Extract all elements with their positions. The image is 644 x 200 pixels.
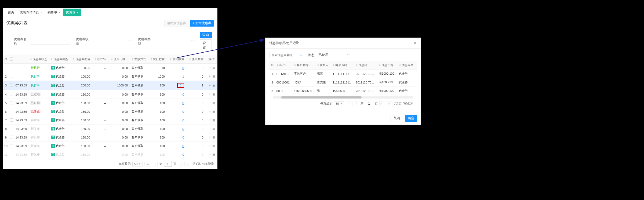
qrcode-icon[interactable]: ▦ (212, 153, 215, 156)
per-page-select[interactable]: 50 ▼ (132, 162, 143, 166)
sort-icon[interactable]: ▲▼ (30, 58, 32, 61)
qrcode-icon[interactable]: ▦ (212, 136, 215, 139)
sort-icon[interactable]: ▲▼ (51, 58, 53, 61)
share-icon[interactable]: ↗ (208, 144, 211, 147)
row-checkbox[interactable] (10, 153, 13, 156)
next-page-button[interactable]: › (379, 101, 384, 106)
table-row[interactable]: 414 23:59已过期代代金券150.00--0.00客户领取10000↗▦ (3, 90, 217, 99)
row-checkbox[interactable] (10, 66, 13, 69)
sort-icon[interactable]: ▲▼ (379, 64, 381, 67)
qrcode-icon[interactable]: ▦ (212, 144, 215, 147)
qrcode-icon[interactable]: ▦ (212, 93, 215, 96)
horizontal-scrollbar[interactable] (273, 96, 413, 99)
first-page-button[interactable]: ⏮ (144, 162, 151, 166)
search-input[interactable] (272, 53, 300, 57)
sort-icon[interactable]: ▲▼ (333, 64, 335, 67)
confirm-button[interactable]: 确定 (405, 115, 417, 122)
close-icon[interactable]: ✕ (77, 11, 79, 14)
share-icon[interactable]: ↗ (208, 84, 211, 87)
gear-icon[interactable]: ⚙ (271, 63, 274, 67)
claim-count-link[interactable]: 1 (183, 75, 184, 78)
row-checkbox[interactable] (10, 118, 13, 122)
tab-首页[interactable]: 首页 (5, 9, 17, 16)
tab-优惠券[interactable]: 优惠券✕ (63, 9, 81, 16)
table-row[interactable]: 200010001北京1唐先生111111111112019120 70...满… (269, 78, 417, 87)
qrcode-icon[interactable]: ▦ (212, 66, 215, 69)
table-row[interactable]: 2执行中代代金券100.00--0.00客户领取100010↗▦ (3, 72, 217, 81)
close-icon[interactable]: ✕ (40, 11, 42, 14)
qrcode-icon[interactable]: ▦ (212, 84, 215, 87)
claim-count-link[interactable]: 0 (183, 101, 184, 105)
claim-count-link[interactable]: 0 (183, 119, 184, 122)
sort-icon[interactable]: ▲▼ (95, 58, 97, 61)
claim-count-link[interactable]: 0 (183, 144, 184, 148)
claim-count-link[interactable]: 3 (180, 84, 181, 87)
page-input[interactable] (164, 161, 172, 167)
row-checkbox[interactable] (10, 127, 13, 130)
sort-icon[interactable]: ▲▼ (170, 58, 172, 61)
name-input[interactable] (30, 39, 70, 45)
share-icon[interactable]: ↗ (208, 93, 211, 96)
claim-count-link[interactable]: 0 (183, 66, 184, 70)
qrcode-icon[interactable]: ▦ (212, 101, 215, 104)
share-icon[interactable]: ↗ (208, 75, 211, 78)
search-icon[interactable]: ⌕ (300, 53, 302, 57)
qrcode-icon[interactable]: ▦ (212, 75, 215, 78)
claim-count-link[interactable]: 0 (183, 136, 184, 139)
cancel-button[interactable]: 取消 (391, 115, 403, 122)
table-row[interactable]: 914 23:59待发布代代金券150.00--0.00客户领取10000↗▦ (3, 133, 217, 142)
table-row[interactable]: 714 23:59待发布代代金券150.00--0.00客户领取10000↗▦ (3, 116, 217, 125)
sort-icon[interactable]: ▲▼ (150, 58, 152, 61)
sort-icon[interactable]: ▲▼ (399, 64, 401, 67)
share-icon[interactable]: ↗ (208, 118, 211, 122)
prev-page-button[interactable]: ‹ (153, 162, 158, 166)
claim-count-link[interactable]: 0 (183, 127, 184, 130)
row-checkbox[interactable] (10, 83, 13, 87)
table-row[interactable]: 1114 23:59待发布代代金券150.00--0.00客户领取10000↗▦ (3, 150, 217, 159)
status-filter-select[interactable]: 已使用 ﹀ (318, 52, 350, 58)
table-row[interactable]: 814 23:59待发布代代金券150.00--0.00客户领取10000↗▦ (3, 125, 217, 133)
row-checkbox[interactable] (10, 136, 13, 139)
qrcode-icon[interactable]: ▦ (212, 127, 215, 130)
table-row[interactable]: 1RETAIL...零散客户张三111111111112019120 70...… (269, 70, 417, 78)
sort-icon[interactable]: ▲▼ (132, 58, 134, 61)
gear-icon[interactable]: ⚙ (4, 57, 8, 61)
sort-icon[interactable]: ▲▼ (317, 64, 319, 67)
share-icon[interactable]: ↗ (208, 101, 211, 104)
sort-icon[interactable]: ▲▼ (276, 64, 279, 67)
share-icon[interactable]: ↗ (208, 127, 211, 130)
row-checkbox[interactable] (10, 75, 13, 78)
add-coupon-button[interactable]: + 新增优惠券 (190, 20, 214, 27)
settings-button[interactable]: 设置 (200, 39, 212, 51)
share-icon[interactable]: ↗ (208, 136, 211, 139)
tab-销货单[interactable]: 销货单✕ (45, 9, 63, 16)
page-input[interactable] (365, 101, 373, 106)
sort-icon[interactable]: ▲▼ (111, 58, 113, 61)
qrcode-icon[interactable]: ▦ (212, 110, 215, 113)
type-select[interactable]: ﹀ (155, 39, 194, 44)
table-row[interactable]: 1014 23:59待发布代代金券150.00--0.00客户领取10000↗▦ (3, 142, 217, 150)
table-row[interactable]: 514 23:59已过期代代金券150.00--0.00客户领取10000↗▦ (3, 99, 217, 107)
query-button[interactable]: 查询 (200, 32, 212, 38)
next-page-button[interactable]: › (178, 162, 183, 166)
table-row[interactable]: 614 23:59已终止代代金券150.00--0.00客户领取10000↗▦ (3, 107, 217, 116)
row-checkbox[interactable] (10, 101, 13, 104)
claim-count-link[interactable]: 0 (183, 110, 184, 113)
row-checkbox[interactable] (10, 110, 13, 113)
per-page-select[interactable]: 50 ▼ (334, 101, 344, 106)
scrollbar-thumb[interactable] (281, 96, 362, 99)
sort-icon[interactable]: ▲▼ (73, 58, 75, 61)
first-page-button[interactable]: ⏮ (346, 101, 352, 106)
table-row[interactable]: 3000117666666666张156 6666 ...2019120 70.… (269, 87, 417, 95)
table-row[interactable]: 307 23:59执行中代代金券200.00--1000.00客户领取10031… (3, 81, 217, 90)
distribute-button[interactable]: ⊞ 发放优惠券 (164, 20, 189, 27)
prev-page-button[interactable]: ‹ (354, 101, 359, 106)
search-box[interactable]: ⌕ (269, 52, 304, 58)
close-icon[interactable]: ✕ (413, 41, 417, 46)
share-icon[interactable]: ↗ (208, 66, 211, 69)
select-all-checkbox[interactable] (10, 57, 13, 61)
row-checkbox[interactable] (10, 93, 13, 96)
last-page-button[interactable]: ⏭ (386, 101, 392, 106)
sort-icon[interactable]: ▲▼ (189, 58, 191, 61)
table-row[interactable]: 1待执行代代金券50.00--0.00客户领取1000↗▦ (3, 64, 217, 72)
